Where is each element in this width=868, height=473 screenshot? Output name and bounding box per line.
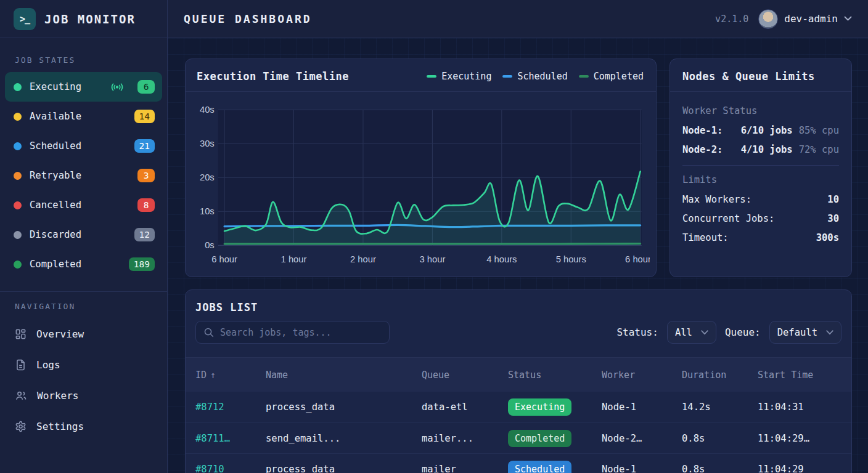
sort-arrow-icon: ↑ bbox=[210, 370, 216, 381]
sidebar-state-executing[interactable]: Executing6 bbox=[5, 72, 162, 102]
app-title: JOB MONITOR bbox=[44, 12, 136, 26]
state-dot bbox=[14, 113, 22, 121]
job-duration: 0.8s bbox=[682, 433, 758, 444]
status-badge: Executing bbox=[508, 398, 571, 416]
status-badge: Scheduled bbox=[508, 461, 571, 473]
svg-text:30s: 30s bbox=[200, 139, 215, 148]
jobs-table: ID↑NameQueueStatusWorkerDurationStart Ti… bbox=[186, 357, 851, 473]
job-states-section-label: JOB STATES bbox=[0, 47, 167, 72]
table-row[interactable]: #8712process_datadata-etlExecutingNode-1… bbox=[186, 392, 851, 422]
limit-row: Max Workers:10 bbox=[682, 194, 839, 205]
svg-text:2 hour: 2 hour bbox=[350, 254, 376, 264]
state-dot bbox=[14, 83, 22, 91]
job-states-list: Executing6Available14Scheduled21Retryabl… bbox=[0, 72, 167, 279]
legend-item-scheduled: Scheduled bbox=[502, 71, 567, 82]
app-root: >_ JOB MONITOR QUEUE DASHBOARD v2.1.0 de… bbox=[0, 0, 868, 473]
job-name: process_data bbox=[266, 402, 422, 413]
job-start-time: 11:04:29… bbox=[758, 433, 851, 444]
jobs-table-header-row: ID↑NameQueueStatusWorkerDurationStart Ti… bbox=[186, 358, 851, 392]
job-id-link[interactable]: #8710 bbox=[195, 464, 266, 473]
job-name: process_data bbox=[266, 464, 422, 473]
column-header-duration: Duration bbox=[682, 370, 758, 381]
svg-text:6 hour: 6 hour bbox=[211, 254, 237, 264]
sidebar-state-scheduled[interactable]: Scheduled21 bbox=[5, 131, 162, 161]
sidebar-state-completed[interactable]: Completed189 bbox=[5, 249, 162, 279]
sidebar-state-discarded[interactable]: Discarded12 bbox=[5, 220, 162, 249]
column-header-id[interactable]: ID↑ bbox=[195, 370, 266, 381]
worker-status-row: Node-2:4/10 jobs72% cpu bbox=[682, 144, 839, 155]
legend-swatch bbox=[579, 75, 589, 78]
queue-select[interactable]: Default bbox=[769, 321, 841, 344]
state-label: Discarded bbox=[30, 229, 81, 240]
sidebar-state-retryable[interactable]: Retryable3 bbox=[5, 161, 162, 190]
state-label: Completed bbox=[30, 259, 81, 270]
state-label: Executing bbox=[30, 81, 81, 92]
table-row[interactable]: #8711…send_email...mailer...CompletedNod… bbox=[186, 422, 851, 453]
job-status-cell: Scheduled bbox=[508, 461, 602, 473]
nodes-card-title: Nodes & Queue Limits bbox=[682, 70, 839, 83]
worker-status-row: Node-1:6/10 jobs85% cpu bbox=[682, 125, 839, 136]
sidebar-item-settings[interactable]: Settings bbox=[0, 411, 167, 442]
nodes-card-body: Worker Status Node-1:6/10 jobs85% cpuNod… bbox=[670, 92, 851, 261]
svg-text:6 hours: 6 hours bbox=[625, 254, 650, 264]
status-select[interactable]: All bbox=[667, 321, 716, 344]
header-right: v2.1.0 dev-admin bbox=[715, 9, 852, 29]
state-label: Cancelled bbox=[30, 200, 81, 211]
sidebar-state-cancelled[interactable]: Cancelled8 bbox=[5, 190, 162, 220]
limit-value: 30 bbox=[827, 213, 839, 224]
avatar[interactable] bbox=[758, 9, 778, 29]
legend-label: Executing bbox=[441, 71, 491, 82]
column-label: Status bbox=[508, 370, 541, 381]
column-label: ID bbox=[195, 370, 207, 381]
table-row[interactable]: #8710process_datamailerScheduledNode-10.… bbox=[186, 453, 851, 473]
execution-timeline-card: Execution Time Timeline ExecutingSchedul… bbox=[185, 59, 657, 277]
limit-label: Max Workers: bbox=[682, 194, 751, 205]
legend-swatch bbox=[427, 75, 436, 78]
legend-swatch bbox=[502, 75, 512, 78]
column-label: Queue bbox=[422, 370, 449, 381]
job-worker: Node-1 bbox=[602, 402, 682, 413]
sidebar-item-logs[interactable]: Logs bbox=[0, 349, 167, 380]
job-start-time: 11:04:31 bbox=[758, 402, 851, 413]
job-duration: 0.8s bbox=[682, 464, 758, 473]
search-box[interactable] bbox=[195, 321, 390, 344]
status-badge: Completed bbox=[508, 430, 571, 447]
filters: Status:AllQueue:Default bbox=[616, 321, 841, 344]
job-id-link[interactable]: #8711… bbox=[195, 433, 266, 444]
sidebar: JOB STATES Executing6Available14Schedule… bbox=[0, 38, 168, 473]
job-queue: data-etl bbox=[422, 402, 508, 413]
jobs-list-card: JOBS LIST Status:AllQueue:Default ID↑Nam… bbox=[185, 289, 852, 473]
sidebar-state-available[interactable]: Available14 bbox=[5, 102, 162, 131]
state-count-badge: 12 bbox=[134, 228, 155, 241]
sidebar-item-overview[interactable]: Overview bbox=[0, 318, 167, 349]
legend-label: Completed bbox=[594, 71, 644, 82]
nodes-card-header: Nodes & Queue Limits bbox=[670, 59, 851, 92]
job-worker: Node-2… bbox=[602, 433, 682, 444]
state-count-badge: 8 bbox=[137, 198, 155, 212]
terminal-logo-icon: >_ bbox=[14, 8, 36, 30]
state-label: Retryable bbox=[30, 170, 81, 181]
svg-text:1 hour: 1 hour bbox=[281, 254, 307, 264]
nav-item-label: Overview bbox=[36, 328, 84, 340]
svg-text:40s: 40s bbox=[200, 105, 215, 115]
worker-jobs: 4/10 jobs bbox=[741, 144, 793, 155]
sidebar-item-workers[interactable]: Workers bbox=[0, 380, 167, 411]
column-header-name: Name bbox=[266, 370, 422, 381]
live-broadcast-icon bbox=[110, 83, 125, 92]
state-dot bbox=[14, 142, 22, 150]
chart-legend: ExecutingScheduledCompleted bbox=[427, 71, 644, 82]
state-dot bbox=[14, 261, 22, 269]
nav-item-label: Workers bbox=[37, 390, 78, 402]
column-label: Worker bbox=[602, 370, 635, 381]
user-menu[interactable]: dev-admin bbox=[758, 9, 852, 29]
column-label: Start Time bbox=[758, 370, 813, 381]
limits-list: Max Workers:10Concurrent Jobs:30Timeout:… bbox=[682, 194, 839, 243]
sidebar-divider bbox=[0, 291, 167, 292]
limit-label: Timeout: bbox=[682, 232, 729, 243]
chevron-down-icon bbox=[701, 330, 708, 335]
worker-jobs: 6/10 jobs bbox=[741, 125, 793, 136]
job-id-link[interactable]: #8712 bbox=[195, 402, 266, 413]
nav-item-label: Settings bbox=[36, 421, 84, 432]
search-input[interactable] bbox=[220, 327, 382, 338]
logo-glyph: >_ bbox=[20, 14, 30, 25]
